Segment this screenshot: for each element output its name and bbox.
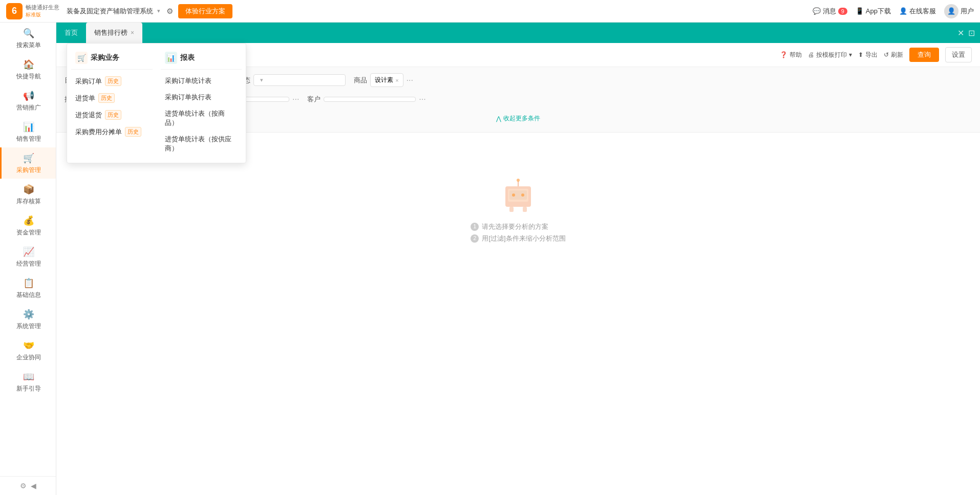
- app-download-item[interactable]: 📱 App下载: [856, 7, 891, 16]
- report-label: 报表: [180, 53, 195, 62]
- system-name-area: 装备及固定资产辅助管理系统 ▾ ⚙: [67, 7, 173, 16]
- sidebar-label-purchase: 采购管理: [16, 166, 41, 175]
- print-chevron-icon: ▾: [849, 51, 852, 58]
- report-incoming-supplier-label: 进货单统计表（按供应商）: [165, 135, 238, 153]
- sidebar-item-cooperation[interactable]: 🤝 企业协同: [0, 335, 56, 366]
- sidebar-label-finance: 资金管理: [16, 228, 41, 237]
- logo-name: 畅捷通好生意: [26, 4, 59, 11]
- sidebar-label-marketing: 营销推广: [16, 103, 41, 112]
- customer-filter: 客户 ···: [307, 95, 425, 104]
- operations-icon: 📈: [23, 246, 34, 257]
- phone-icon: 📱: [856, 7, 864, 15]
- purchase-col-icon: 🛒: [75, 52, 88, 64]
- solution-button[interactable]: 体验行业方案: [178, 4, 232, 18]
- sidebar-item-purchase[interactable]: 🛒 采购管理: [0, 147, 56, 179]
- tab-close-icon[interactable]: ×: [131, 29, 134, 36]
- report-col-icon: 📊: [165, 52, 177, 64]
- sidebar-item-inventory[interactable]: 📦 库存核算: [0, 179, 56, 210]
- print-template-button[interactable]: 🖨 按模板打印 ▾: [808, 51, 852, 59]
- user-item[interactable]: 👤 用户: [944, 4, 974, 18]
- logo-text-block: 畅捷通好生意 标准版: [26, 4, 59, 18]
- dropdown-item-report-order-stat[interactable]: 采购订单统计表: [161, 73, 242, 89]
- system-icon: ⚙️: [23, 309, 34, 320]
- dropdown-item-purchase-incoming[interactable]: 进货单 历史: [71, 90, 153, 106]
- voucher-status-arrow-icon: ▾: [260, 77, 263, 83]
- user-label: 用户: [961, 7, 974, 16]
- tab-close-window-icon[interactable]: ✕: [957, 28, 964, 38]
- dropdown-item-purchase-expense[interactable]: 采购费用分摊单 历史: [71, 123, 153, 140]
- customer-input[interactable]: [324, 97, 416, 102]
- query-button[interactable]: 查询: [909, 48, 939, 62]
- sidebar-collapse-icon[interactable]: ◀: [31, 482, 36, 490]
- sidebar-item-base-info[interactable]: 📋 基础信息: [0, 272, 56, 304]
- collapse-button[interactable]: ⋀ 收起更多条件: [496, 114, 540, 123]
- goods-label: 商品: [354, 76, 367, 85]
- sidebar-item-marketing[interactable]: 📢 营销推广: [0, 85, 56, 116]
- sidebar-settings-icon[interactable]: ⚙: [20, 482, 27, 490]
- logo-icon: 6: [6, 3, 23, 19]
- purchase-business-title: 🛒 采购业务: [71, 50, 153, 70]
- purchase-business-column: 🛒 采购业务 采购订单 历史 进货单 历史 进货退货 历史 采购费用分摊单 历史: [67, 50, 157, 157]
- online-service-item[interactable]: 👤 在线客服: [899, 7, 936, 16]
- collapse-up-icon: ⋀: [496, 115, 501, 122]
- empty-illustration: [493, 174, 544, 214]
- sidebar-item-sales[interactable]: 📊 销售管理: [0, 116, 56, 147]
- goods-tag-close-icon[interactable]: ×: [395, 77, 398, 83]
- voucher-status-input[interactable]: ▾: [253, 74, 346, 86]
- export-button[interactable]: ⬆ 导出: [858, 51, 878, 59]
- settings-icon[interactable]: ⚙: [166, 7, 173, 16]
- tab-sales-rank-label: 销售排行榜: [94, 28, 127, 37]
- sidebar-item-quick-nav[interactable]: 🏠 快捷导航: [0, 54, 56, 85]
- empty-hint-2: 2 用[过滤]条件来缩小分析范围: [471, 232, 565, 244]
- dropdown-item-purchase-return[interactable]: 进货退货 历史: [71, 106, 153, 123]
- customer-label: 客户: [307, 95, 321, 104]
- logo-area: 6 畅捷通好生意 标准版: [6, 3, 62, 19]
- dropdown-item-report-incoming-supplier[interactable]: 进货单统计表（按供应商）: [161, 131, 242, 157]
- sidebar-label-system: 系统管理: [16, 322, 41, 331]
- tab-bar: 首页 销售排行榜 × ✕ ⊡: [56, 23, 980, 43]
- guide-icon: 📖: [23, 371, 34, 382]
- salesperson-more-icon[interactable]: ···: [292, 95, 299, 104]
- svg-rect-8: [523, 207, 527, 212]
- print-icon: 🖨: [808, 51, 814, 58]
- tab-home[interactable]: 首页: [56, 23, 86, 43]
- system-name-chevron-icon[interactable]: ▾: [157, 8, 160, 14]
- purchase-incoming-history-badge: 历史: [98, 93, 115, 103]
- home-icon: 🏠: [23, 59, 34, 70]
- report-column: 📊 报表 采购订单统计表 采购订单执行表 进货单统计表（按商品） 进货单统计表（…: [157, 50, 246, 157]
- customer-more-icon[interactable]: ···: [419, 95, 425, 104]
- sales-icon: 📊: [23, 121, 34, 133]
- help-button[interactable]: ❓ 帮助: [780, 51, 802, 59]
- dropdown-item-purchase-order[interactable]: 采购订单 历史: [71, 73, 153, 90]
- purchase-incoming-label: 进货单: [75, 94, 95, 103]
- dropdown-item-report-incoming-goods[interactable]: 进货单统计表（按商品）: [161, 105, 242, 131]
- sidebar-label-cooperation: 企业协同: [16, 353, 41, 362]
- sidebar-item-system[interactable]: ⚙️ 系统管理: [0, 304, 56, 335]
- hint-num-1: 1: [471, 223, 479, 231]
- svg-rect-7: [509, 207, 514, 212]
- logo-edition: 标准版: [26, 11, 59, 18]
- logo-char: 6: [12, 6, 17, 16]
- top-header: 6 畅捷通好生意 标准版 装备及固定资产辅助管理系统 ▾ ⚙ 体验行业方案 💬 …: [0, 0, 980, 23]
- sidebar-item-finance[interactable]: 💰 资金管理: [0, 210, 56, 241]
- purchase-business-label: 采购业务: [91, 53, 119, 62]
- purchase-dropdown-menu: 🛒 采购业务 采购订单 历史 进货单 历史 进货退货 历史 采购费用分摊单 历史…: [67, 43, 246, 163]
- sidebar-item-guide[interactable]: 📖 新手引导: [0, 366, 56, 397]
- tab-home-label: 首页: [65, 28, 78, 37]
- tab-maximize-icon[interactable]: ⊡: [968, 28, 975, 38]
- sidebar: 🔍 搜索菜单 🏠 快捷导航 📢 营销推广 📊 销售管理 🛒 采购管理 📦 库存核…: [0, 23, 56, 495]
- dropdown-item-report-order-exec[interactable]: 采购订单执行表: [161, 89, 242, 105]
- purchase-expense-history-badge: 历史: [125, 127, 141, 137]
- purchase-order-label: 采购订单: [75, 77, 102, 86]
- refresh-button[interactable]: ↺ 刷新: [884, 51, 903, 59]
- sidebar-item-search[interactable]: 🔍 搜索菜单: [0, 23, 56, 54]
- goods-more-icon[interactable]: ···: [407, 76, 413, 85]
- sidebar-item-operations[interactable]: 📈 经营管理: [0, 241, 56, 272]
- tab-sales-rank[interactable]: 销售排行榜 ×: [86, 23, 142, 43]
- message-item[interactable]: 💬 消息 9: [813, 7, 847, 16]
- message-icon: 💬: [813, 7, 821, 15]
- goods-tag[interactable]: 设计素 ×: [370, 73, 403, 87]
- goods-filter: 商品 设计素 × ···: [354, 73, 413, 87]
- settings-config-button[interactable]: 设置: [945, 47, 972, 62]
- svg-point-6: [517, 179, 520, 182]
